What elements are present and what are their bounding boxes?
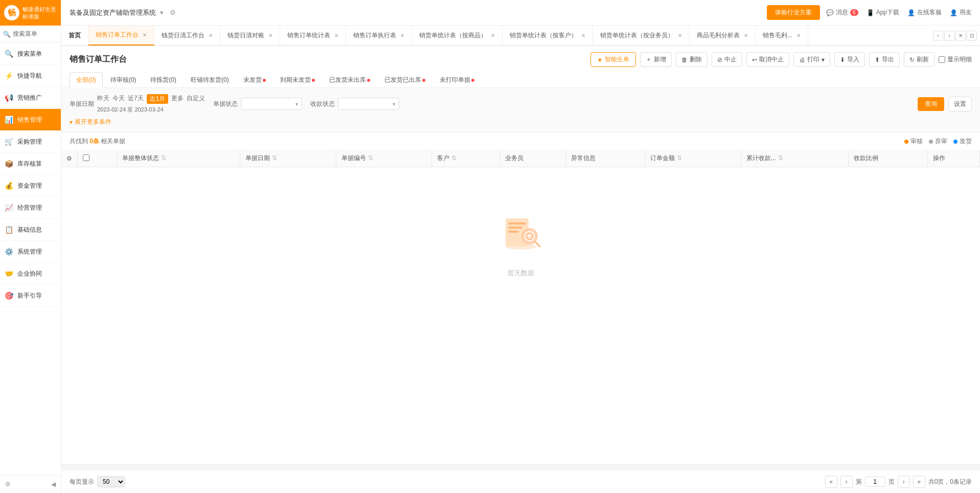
query-btn[interactable]: 查询 xyxy=(918,97,944,111)
tab-sales_exec[interactable]: 销售订单执行表✕ xyxy=(346,26,412,46)
subtab-all[interactable]: 全部(0) xyxy=(70,72,103,88)
app-download-btn[interactable]: 📱 App下载 xyxy=(867,8,899,17)
tab-close-sales_exec[interactable]: ✕ xyxy=(400,33,404,38)
tab-sales_stats[interactable]: 销售订单统计表✕ xyxy=(280,26,346,46)
col-header-customer[interactable]: 客户⇅ xyxy=(431,150,499,167)
stop-btn[interactable]: ⊘ 中止 xyxy=(712,52,742,67)
page-input[interactable] xyxy=(865,477,885,487)
tab-cash_reconcile[interactable]: 钱货日清对账✕ xyxy=(220,26,280,46)
tab-close-sales_workbench[interactable]: ✕ xyxy=(143,32,147,38)
tab-close-cash_daily[interactable]: ✕ xyxy=(209,33,213,38)
tab-expand-btn[interactable]: ⊡ xyxy=(967,31,977,41)
status-select[interactable] xyxy=(241,98,302,110)
sidebar-search[interactable]: 🔍 搜索菜单 xyxy=(0,26,61,43)
date-link-近1月[interactable]: 近1月 xyxy=(147,94,169,104)
col-header-status[interactable]: 单据整体状态⇅ xyxy=(117,150,240,167)
tab-close-sales_summary_product[interactable]: ✕ xyxy=(491,33,495,38)
tab-close-sales_summary_staff[interactable]: ✕ xyxy=(678,33,682,38)
collapse-icon[interactable]: ◀ xyxy=(51,481,56,488)
expand-area: ▾ 展开更多条件 xyxy=(70,118,972,126)
sidebar-item-marketing[interactable]: 📢营销推广 xyxy=(0,87,61,109)
sidebar-item-search[interactable]: 🔍搜索菜单 xyxy=(0,43,61,65)
date-link-自定义[interactable]: 自定义 xyxy=(187,94,205,104)
cancel-review-action[interactable]: 弃审 xyxy=(929,137,947,146)
tab-close-cash_reconcile[interactable]: ✕ xyxy=(268,33,272,38)
subtab-not_shipped[interactable]: 未发货 xyxy=(237,72,272,87)
payment-select[interactable] xyxy=(338,98,399,110)
cancel-stop-btn[interactable]: ↩ 取消中止 xyxy=(746,52,789,67)
sidebar-item-operations[interactable]: 📈经营管理 xyxy=(0,197,61,219)
tab-sales_more[interactable]: 销售毛利...✕ xyxy=(756,26,808,46)
sidebar-item-sales[interactable]: 📊销售管理 xyxy=(0,109,61,131)
tab-sales_summary_customer[interactable]: 销货单统计表（按客户）✕ xyxy=(503,26,593,46)
col-header-collected[interactable]: 累计收款...⇅ xyxy=(741,150,848,167)
cancel-stop-icon: ↩ xyxy=(752,56,757,63)
subtab-expired_not_shipped[interactable]: 到期未发货 xyxy=(274,72,322,87)
last-page-btn[interactable]: » xyxy=(913,476,925,488)
msg-btn[interactable]: 💬 消息 6 xyxy=(826,8,858,17)
subtab-wangpu_pending[interactable]: 旺铺待发货(0) xyxy=(184,72,236,87)
tab-close-sales_summary_customer[interactable]: ✕ xyxy=(581,33,585,38)
industry-btn[interactable]: 体验行业方案 xyxy=(767,5,820,20)
tab-close-all-btn[interactable]: ✕ xyxy=(955,31,966,41)
sidebar-bottom: ⚙ ◀ xyxy=(0,475,61,493)
sidebar-item-purchase[interactable]: 🛒采购管理 xyxy=(0,131,61,153)
show-detail-checkbox[interactable] xyxy=(939,56,945,63)
add-icon: ＋ xyxy=(646,55,652,64)
online-service-btn[interactable]: 👤 在线客服 xyxy=(907,8,942,17)
subtab-shipped_not_out[interactable]: 已发货未出库 xyxy=(323,72,377,87)
sidebar-item-finance[interactable]: 💰资金管理 xyxy=(0,175,61,197)
subtab-pending_review[interactable]: 待审核(0) xyxy=(104,72,143,87)
col-settings-icon[interactable]: ⚙ xyxy=(66,155,72,162)
date-link-今天[interactable]: 今天 xyxy=(112,94,125,104)
tab-next-btn[interactable]: › xyxy=(944,31,954,41)
settings-icon[interactable]: ⚙ xyxy=(5,481,11,488)
date-link-更多[interactable]: 更多 xyxy=(171,94,184,104)
subtab-not_printed[interactable]: 未打印单据 xyxy=(433,72,481,87)
tab-close-sales_more[interactable]: ✕ xyxy=(796,33,801,38)
topbar-dropdown-icon[interactable]: ▾ xyxy=(160,9,164,16)
tab-sales_summary_product[interactable]: 销货单统计表（按商品）✕ xyxy=(412,26,503,46)
sidebar-item-inventory[interactable]: 📦库存核算 xyxy=(0,153,61,175)
first-page-btn[interactable]: « xyxy=(825,476,837,488)
add-btn[interactable]: ＋ 新增 xyxy=(640,52,672,67)
smart-btn[interactable]: ★ 智能生单 xyxy=(590,52,636,67)
tab-gross_profit[interactable]: 商品毛利分析表✕ xyxy=(690,26,756,46)
ship-action[interactable]: 发货 xyxy=(953,137,972,146)
col-header-amount[interactable]: 订单金额⇅ xyxy=(645,150,741,167)
next-page-btn[interactable]: › xyxy=(898,476,910,488)
tab-close-sales_stats[interactable]: ✕ xyxy=(334,33,338,38)
select-all-checkbox[interactable] xyxy=(83,154,89,161)
import-btn[interactable]: ⬇ 导入 xyxy=(834,52,865,67)
print-btn[interactable]: 🖨 打印 ▾ xyxy=(793,52,830,67)
col-header-number[interactable]: 单据编号⇅ xyxy=(336,150,431,167)
topbar-settings-icon[interactable]: ⚙ xyxy=(170,9,176,16)
sidebar-item-system[interactable]: ⚙️系统管理 xyxy=(0,241,61,263)
export-btn[interactable]: ⬆ 导出 xyxy=(869,52,900,67)
sidebar-item-guide[interactable]: 🎯新手引导 xyxy=(0,285,61,307)
prev-page-btn[interactable]: ‹ xyxy=(840,476,853,488)
tab-close-gross_profit[interactable]: ✕ xyxy=(744,33,748,38)
refresh-btn[interactable]: ↻ 刷新 xyxy=(904,52,935,67)
tab-home[interactable]: 首页 xyxy=(61,26,88,46)
date-link-近7天[interactable]: 近7天 xyxy=(128,94,144,104)
tab-prev-btn[interactable]: ‹ xyxy=(933,31,943,41)
sidebar-item-quicknav[interactable]: ⚡快捷导航 xyxy=(0,65,61,87)
show-detail-label[interactable]: 显示明细 xyxy=(939,55,972,64)
tab-cash_daily[interactable]: 钱货日清工作台✕ xyxy=(154,26,220,46)
sidebar-item-basic[interactable]: 📋基础信息 xyxy=(0,219,61,241)
page-size-select[interactable]: 10 20 50 100 xyxy=(97,476,125,487)
user-btn[interactable]: 👤 用友 xyxy=(950,8,972,17)
subtab-shipped_out[interactable]: 已发货已出库 xyxy=(378,72,432,87)
horizontal-scroll[interactable] xyxy=(61,464,980,470)
expand-btn[interactable]: ▾ 展开更多条件 xyxy=(70,118,972,126)
tab-sales_summary_staff[interactable]: 销货单统计表（按业务员）✕ xyxy=(593,26,690,46)
col-header-date[interactable]: 单据日期⇅ xyxy=(240,150,336,167)
tab-sales_workbench[interactable]: 销售订单工作台✕ xyxy=(88,26,154,46)
sidebar-item-enterprise[interactable]: 🤝企业协同 xyxy=(0,263,61,285)
filter-settings-btn[interactable]: 设置 xyxy=(948,97,972,111)
subtab-pending_check[interactable]: 待拣货(0) xyxy=(144,72,183,87)
delete-btn[interactable]: 🗑 删除 xyxy=(676,52,708,67)
date-link-昨天[interactable]: 昨天 xyxy=(97,94,109,104)
review-action[interactable]: 审核 xyxy=(904,137,923,146)
